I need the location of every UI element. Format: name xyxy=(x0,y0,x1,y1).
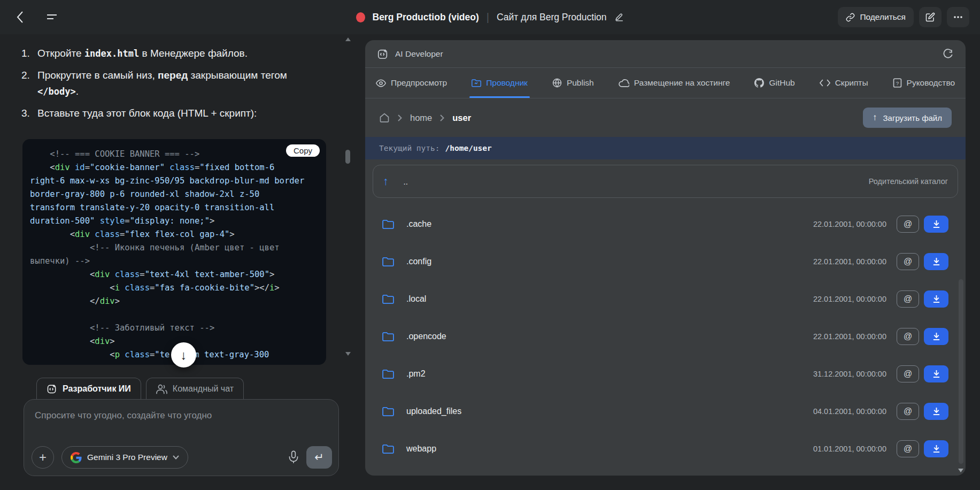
tab-label: Командный чат xyxy=(173,384,234,394)
menu-button[interactable] xyxy=(43,8,61,26)
file-download-button[interactable] xyxy=(924,216,948,233)
file-at-button[interactable]: @ xyxy=(897,253,919,270)
at-icon: @ xyxy=(904,332,912,341)
ellipsis-icon xyxy=(953,16,963,19)
file-name[interactable]: .config xyxy=(406,257,431,266)
tab-label: Размещение на хостинге xyxy=(634,78,730,88)
cloud-icon xyxy=(619,79,629,87)
plus-icon: + xyxy=(39,450,47,465)
more-options-button[interactable] xyxy=(947,7,969,27)
folder-icon xyxy=(382,407,394,416)
tab-label: Скрипты xyxy=(835,78,868,88)
tab-publish[interactable]: Publish xyxy=(552,68,594,98)
file-name[interactable]: .local xyxy=(406,294,426,304)
upload-file-button[interactable]: ↑ Загрузить файл xyxy=(863,108,952,128)
app-window: Berg Productiob (video) | Сайт для Berg … xyxy=(0,0,980,490)
message-composer[interactable]: Спросите что угодно, создайте что угодно… xyxy=(24,399,339,476)
home-icon[interactable] xyxy=(379,112,390,123)
file-at-button[interactable]: @ xyxy=(897,290,919,308)
file-row[interactable]: .cache 22.01.2001, 00:00:00 @ xyxy=(373,205,958,243)
recording-status-dot xyxy=(356,12,365,22)
upload-button-label: Загрузить файл xyxy=(883,113,942,122)
file-at-button[interactable]: @ xyxy=(897,440,919,457)
share-button[interactable]: Поделиться xyxy=(838,7,914,27)
file-date: 22.01.2001, 00:00:00 xyxy=(813,257,886,266)
upload-arrow-icon: ↑ xyxy=(873,112,877,123)
folder-icon xyxy=(382,369,394,379)
file-download-button[interactable] xyxy=(924,253,948,270)
reload-icon[interactable] xyxy=(942,48,954,60)
microphone-icon[interactable] xyxy=(288,450,299,464)
tab-preview[interactable]: Предпросмотр xyxy=(376,68,447,98)
copy-code-button[interactable]: Copy xyxy=(286,144,320,157)
composer-placeholder[interactable]: Спросите что угодно, создайте что угодно xyxy=(24,400,338,421)
file-download-button[interactable] xyxy=(924,365,948,382)
file-name[interactable]: uploaded_files xyxy=(406,407,461,416)
file-at-button[interactable]: @ xyxy=(897,365,919,382)
ai-sparkle-icon xyxy=(47,384,57,394)
people-icon xyxy=(156,384,167,394)
path-label: Текущий путь: xyxy=(379,144,440,152)
chat-scrollbar-thumb[interactable] xyxy=(345,150,350,164)
download-icon xyxy=(932,295,940,303)
edit-button[interactable] xyxy=(919,7,942,27)
scroll-to-bottom-button[interactable]: ↓ xyxy=(171,342,196,368)
file-row[interactable]: webapp 01.01.2001, 00:00:00 @ xyxy=(373,430,958,468)
tab-scripts[interactable]: Скрипты xyxy=(820,68,868,98)
site-name: Сайт для Berg Production xyxy=(497,12,606,23)
file-name[interactable]: .opencode xyxy=(406,332,446,341)
manual-icon: ? xyxy=(893,78,902,88)
file-at-button[interactable]: @ xyxy=(897,328,919,345)
google-logo-icon xyxy=(71,452,82,463)
code-block: <!-- === COOKIE BANNER === --> <div id="… xyxy=(22,139,326,365)
link-icon xyxy=(846,13,855,22)
download-icon xyxy=(932,407,940,416)
parent-directory-name: .. xyxy=(404,177,408,186)
file-row[interactable]: uploaded_files 04.01.2001, 00:00:00 @ xyxy=(373,393,958,430)
at-icon: @ xyxy=(904,294,912,304)
tab-team-chat[interactable]: Командный чат xyxy=(146,378,244,400)
file-row[interactable]: .local 22.01.2001, 00:00:00 @ xyxy=(373,280,958,318)
file-row[interactable]: .opencode 22.01.2001, 00:00:00 @ xyxy=(373,318,958,355)
scroll-up-arrow-icon[interactable] xyxy=(345,37,351,41)
tab-explorer[interactable]: Проводник xyxy=(472,68,528,98)
svg-text:?: ? xyxy=(896,80,899,86)
tab-ai-developer[interactable]: Разработчик ИИ xyxy=(36,378,141,400)
file-at-button[interactable]: @ xyxy=(897,403,919,420)
file-name[interactable]: webapp xyxy=(406,444,436,454)
file-download-button[interactable] xyxy=(924,440,948,457)
file-name[interactable]: .pm2 xyxy=(406,369,426,379)
folder-icon xyxy=(382,257,394,266)
scroll-down-arrow-icon[interactable] xyxy=(958,469,963,472)
folder-icon xyxy=(472,79,481,87)
rename-pencil-icon[interactable] xyxy=(614,12,624,22)
breadcrumb-home[interactable]: home xyxy=(410,113,432,123)
project-title: Berg Productiob (video) xyxy=(373,12,479,23)
file-download-button[interactable] xyxy=(924,290,948,308)
chat-scrollbar[interactable] xyxy=(345,36,351,357)
model-selector[interactable]: Gemini 3 Pro Preview xyxy=(61,446,188,469)
file-at-button[interactable]: @ xyxy=(897,216,919,233)
tab-guide[interactable]: ? Руководство xyxy=(893,68,955,98)
back-button[interactable] xyxy=(11,8,29,26)
attach-button[interactable]: + xyxy=(32,446,54,469)
file-download-button[interactable] xyxy=(924,403,948,420)
ai-developer-panel: AI Developer Предпросмотр Проводник Publ… xyxy=(365,40,966,476)
file-row[interactable]: .pm2 31.12.2001, 00:00:00 @ xyxy=(373,355,958,393)
file-name[interactable]: .cache xyxy=(406,219,431,229)
github-icon xyxy=(754,78,764,88)
file-date: 22.01.2001, 00:00:00 xyxy=(813,295,886,303)
file-date: 04.01.2001, 00:00:00 xyxy=(813,407,886,416)
chat-mode-tabs: Разработчик ИИ Командный чат xyxy=(36,378,244,400)
file-list-scrollbar[interactable] xyxy=(959,279,963,464)
scroll-down-arrow-icon[interactable] xyxy=(345,352,351,356)
send-button[interactable]: ↵ xyxy=(306,446,332,469)
at-icon: @ xyxy=(904,219,912,229)
top-bar: Berg Productiob (video) | Сайт для Berg … xyxy=(0,0,980,34)
tab-hosting[interactable]: Размещение на хостинге xyxy=(619,68,730,98)
file-row[interactable]: .config 22.01.2001, 00:00:00 @ xyxy=(373,243,958,280)
parent-directory-row[interactable]: ↑ .. Родительский каталог xyxy=(373,165,958,198)
file-download-button[interactable] xyxy=(924,328,948,345)
tab-github[interactable]: GitHub xyxy=(754,68,794,98)
breadcrumb-user[interactable]: user xyxy=(452,113,471,123)
